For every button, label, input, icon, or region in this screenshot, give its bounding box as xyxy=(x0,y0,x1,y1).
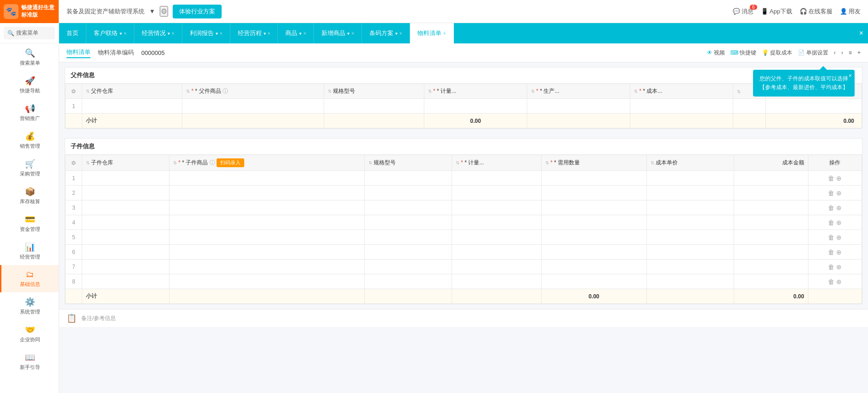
parent-warehouse-cell[interactable] xyxy=(82,99,182,114)
tab-bom-code[interactable]: 物料清单编码 xyxy=(98,48,134,58)
child-quantity-cell-4[interactable] xyxy=(541,215,646,230)
close-all-tabs-button[interactable]: × xyxy=(855,29,868,37)
nav-tab-profit[interactable]: 利润报告▾× xyxy=(182,23,230,43)
delete-icon-1[interactable]: 🗑 xyxy=(828,175,834,182)
child-goods-cell-5[interactable] xyxy=(169,230,364,245)
tooltip-close-button[interactable]: × xyxy=(849,72,852,80)
sidebar-item-operations[interactable]: 📊 经营管理 xyxy=(0,237,59,265)
tab-arrow-goods[interactable]: ▾ xyxy=(299,31,301,36)
warehouse-sort[interactable]: ⇅ xyxy=(86,89,90,94)
child-unit-cell-5[interactable] xyxy=(452,230,541,245)
child-goods-cell-2[interactable] xyxy=(169,186,364,200)
child-spec-cell-1[interactable] xyxy=(364,171,452,186)
child-spec-cell-7[interactable] xyxy=(364,260,452,274)
nav-next-button[interactable]: › xyxy=(841,49,843,56)
child-goods-cell-8[interactable] xyxy=(169,274,364,289)
child-unit-cell-3[interactable] xyxy=(452,200,541,215)
child-goods-cell-3[interactable] xyxy=(169,200,364,215)
parent-spec-cell[interactable] xyxy=(324,99,424,114)
child-unit-cost-cell-7[interactable] xyxy=(647,260,734,274)
copy-icon-6[interactable]: ⊕ xyxy=(836,248,842,256)
nav-prev-button[interactable]: ‹ xyxy=(834,49,836,56)
tab-close-operations[interactable]: × xyxy=(172,31,175,36)
child-spec-cell-6[interactable] xyxy=(364,245,452,260)
doc-settings-action[interactable]: 📄 单据设置 xyxy=(798,49,828,57)
nav-tab-new-goods[interactable]: 新增商品▾× xyxy=(314,23,362,43)
child-spec-cell-2[interactable] xyxy=(364,186,452,200)
nav-tab-customer[interactable]: 客户联络▾× xyxy=(86,23,134,43)
copy-icon-2[interactable]: ⊕ xyxy=(836,189,842,197)
nav-add-button[interactable]: + xyxy=(857,49,861,56)
tab-close-history[interactable]: × xyxy=(268,31,271,36)
child-unit-cell-8[interactable] xyxy=(452,274,541,289)
child-unit-cell-7[interactable] xyxy=(452,260,541,274)
sidebar-item-inventory[interactable]: 📦 库存核算 xyxy=(0,182,59,210)
sidebar-item-quick-nav[interactable]: 🚀 快捷导航 xyxy=(0,71,59,99)
tab-close-profit[interactable]: × xyxy=(220,31,223,36)
tab-close-barcode[interactable]: × xyxy=(399,31,402,36)
parent-goods-cell[interactable] xyxy=(182,99,324,114)
child-goods-cell-4[interactable] xyxy=(169,215,364,230)
nav-tab-bom[interactable]: 物料清单× xyxy=(410,23,454,43)
child-quantity-cell-5[interactable] xyxy=(541,230,646,245)
parent-col-settings[interactable]: ⚙ xyxy=(66,84,82,99)
child-unit-cost-cell-6[interactable] xyxy=(647,245,734,260)
tab-arrow-history[interactable]: ▾ xyxy=(264,31,266,36)
app-download-button[interactable]: 📱 App下载 xyxy=(761,7,792,16)
child-unit-cost-cell-4[interactable] xyxy=(647,215,734,230)
child-warehouse-cell-4[interactable] xyxy=(82,215,169,230)
tab-bom-list[interactable]: 物料清单 xyxy=(66,47,90,58)
sidebar-item-basics[interactable]: 🗂 基础信息 xyxy=(0,265,59,292)
child-quantity-cell-3[interactable] xyxy=(541,200,646,215)
user-avatar[interactable]: 👤 用友 xyxy=(840,7,861,16)
child-unit-cell-6[interactable] xyxy=(452,245,541,260)
view-action[interactable]: 👁 视频 xyxy=(707,49,725,57)
nav-list-button[interactable]: ≡ xyxy=(849,49,852,56)
nav-tab-operations[interactable]: 经营情况▾× xyxy=(134,23,182,43)
sidebar-item-finance[interactable]: 💳 资金管理 xyxy=(0,210,59,237)
child-unit-cost-cell-8[interactable] xyxy=(647,274,734,289)
cost-extract-action[interactable]: 💡 提取成本 xyxy=(762,49,792,57)
delete-icon-2[interactable]: 🗑 xyxy=(828,189,834,197)
child-warehouse-cell-2[interactable] xyxy=(82,186,169,200)
sidebar-item-sales[interactable]: 💰 销售管理 xyxy=(0,127,59,154)
child-unit-cost-cell-3[interactable] xyxy=(647,200,734,215)
scan-input-button[interactable]: 扫码录入 xyxy=(217,158,244,167)
online-service-button[interactable]: 🎧 在线客服 xyxy=(800,7,832,16)
child-warehouse-cell-7[interactable] xyxy=(82,260,169,274)
child-quantity-cell-8[interactable] xyxy=(541,274,646,289)
delete-icon-5[interactable]: 🗑 xyxy=(828,234,834,241)
child-unit-cell-1[interactable] xyxy=(452,171,541,186)
delete-icon-4[interactable]: 🗑 xyxy=(828,219,834,226)
child-spec-cell-5[interactable] xyxy=(364,230,452,245)
tab-arrow-operations[interactable]: ▾ xyxy=(168,31,170,36)
child-quantity-cell-1[interactable] xyxy=(541,171,646,186)
child-unit-cell-2[interactable] xyxy=(452,186,541,200)
parent-sort-cell[interactable] xyxy=(733,99,766,114)
child-quantity-cell-6[interactable] xyxy=(541,245,646,260)
copy-icon-8[interactable]: ⊕ xyxy=(836,278,842,285)
system-dropdown-button[interactable]: ▼ xyxy=(149,8,155,15)
tab-arrow-new-goods[interactable]: ▾ xyxy=(347,31,350,36)
child-quantity-cell-7[interactable] xyxy=(541,260,646,274)
copy-icon-1[interactable]: ⊕ xyxy=(836,175,842,182)
settings-button[interactable]: ⚙ xyxy=(160,6,168,17)
trial-button[interactable]: 体验行业方案 xyxy=(173,5,222,18)
parent-unit-cell[interactable] xyxy=(424,99,527,114)
child-goods-cell-7[interactable] xyxy=(169,260,364,274)
child-warehouse-cell-8[interactable] xyxy=(82,274,169,289)
child-unit-cost-cell-5[interactable] xyxy=(647,230,734,245)
tab-arrow-barcode[interactable]: ▾ xyxy=(395,31,398,36)
tab-close-bom[interactable]: × xyxy=(443,31,446,36)
sidebar-item-enterprise[interactable]: 🤝 企业协同 xyxy=(0,320,59,348)
copy-icon-4[interactable]: ⊕ xyxy=(836,219,842,226)
sidebar-item-system[interactable]: ⚙️ 系统管理 xyxy=(0,292,59,320)
delete-icon-8[interactable]: 🗑 xyxy=(828,278,834,285)
child-unit-cell-4[interactable] xyxy=(452,215,541,230)
shortcut-action[interactable]: ⌨ 快捷键 xyxy=(730,49,756,57)
copy-icon-7[interactable]: ⊕ xyxy=(836,263,842,271)
delete-icon-6[interactable]: 🗑 xyxy=(828,248,834,256)
child-quantity-cell-2[interactable] xyxy=(541,186,646,200)
child-unit-cost-cell-2[interactable] xyxy=(647,186,734,200)
nav-tab-home[interactable]: 首页 xyxy=(59,23,86,43)
